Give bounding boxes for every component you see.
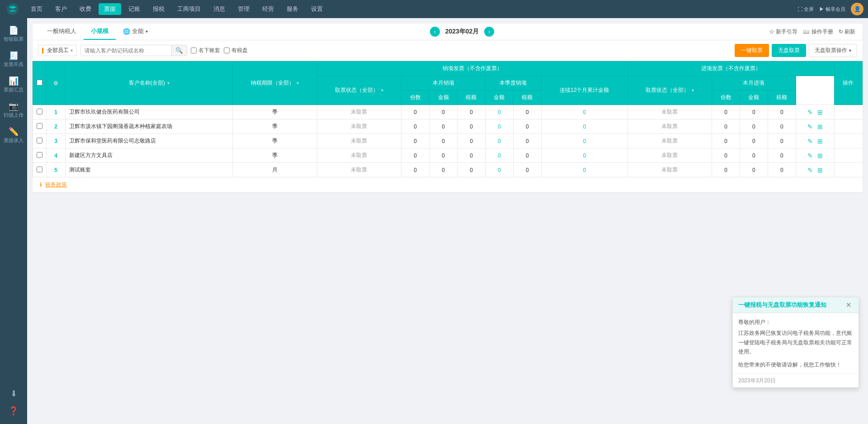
nav-business[interactable]: 工商项目 (172, 3, 206, 15)
nav-operation[interactable]: 经营 (257, 3, 279, 15)
row-s-monthly-count: 0 (401, 105, 429, 119)
row-sales-status: 未取票 (317, 134, 401, 148)
s-quarterly-amount-link[interactable]: 0 (498, 124, 501, 130)
detail-action-icon[interactable]: ⊞ (817, 167, 823, 174)
row-s-monthly-tax: 0 (458, 148, 486, 163)
search-input[interactable] (81, 46, 171, 56)
nav-home[interactable]: 首页 (25, 3, 48, 15)
nav-client[interactable]: 客户 (50, 3, 72, 15)
has-tax-disk-checkbox[interactable] (224, 48, 230, 53)
th-purchase-section: 进项发票（不含作废票） (627, 62, 834, 76)
edit-action-icon[interactable]: ✎ (807, 138, 813, 145)
search-button[interactable]: 🔍 (171, 45, 187, 56)
row-s-quarterly-amount: 0 (485, 119, 513, 134)
settings-icon[interactable]: ⚙ (53, 80, 58, 86)
row-s-monthly-amount: 0 (429, 134, 458, 148)
nav-message[interactable]: 消息 (208, 3, 231, 15)
nav-tax[interactable]: 报税 (147, 3, 170, 15)
s-quarterly-amount-link[interactable]: 0 (498, 152, 501, 159)
edit-action-icon[interactable]: ✎ (807, 167, 813, 174)
s-cumulative-link[interactable]: 0 (583, 138, 586, 144)
refresh-btn[interactable]: ↻ 刷新 (839, 28, 855, 36)
notification-close-btn[interactable]: ✕ (844, 301, 853, 309)
nav-settings[interactable]: 设置 (306, 3, 328, 15)
sidebar-item-scan-upload[interactable]: 📷 扫描上传 (0, 98, 27, 123)
diskless-ticket-btn[interactable]: 无盘取票 (772, 44, 806, 57)
nav-bookkeeping[interactable]: 记账 (123, 3, 146, 15)
edit-action-icon[interactable]: ✎ (807, 123, 813, 130)
detail-action-icon[interactable]: ⊞ (817, 152, 823, 159)
tab-general-taxpayer[interactable]: 一般纳税人 (40, 24, 84, 40)
nav-manage[interactable]: 管理 (232, 3, 255, 15)
s-cumulative-link[interactable]: 0 (583, 109, 586, 115)
sidebar-item-ticket-entry[interactable]: ✏️ 票据录入 (0, 123, 27, 148)
row-actions: ✎ ⊞ (796, 105, 834, 119)
scan-upload-icon: 📷 (9, 102, 19, 110)
sidebar-download[interactable]: ⬇ (0, 385, 27, 402)
employee-filter-select[interactable]: 全部员工 ▾ (38, 45, 77, 56)
top-navigation: 首页 客户 收费 票据 记账 报税 工商项目 消息 管理 经营 服务 设置 ⛶ … (0, 0, 868, 18)
member-btn[interactable]: ▶ 畅享会员 (819, 6, 845, 13)
fullscreen-btn[interactable]: ⛶ 全屏 (797, 6, 814, 13)
nav-service[interactable]: 服务 (281, 3, 304, 15)
tax-policy-icon: ℹ (40, 181, 42, 188)
th-checkbox (33, 62, 47, 105)
one-click-ticket-btn[interactable]: 一键取票 (735, 44, 769, 57)
has-tax-disk-label: 有税盘 (231, 47, 248, 54)
sidebar-item-smart-ticket[interactable]: 📄 智能取票 (0, 22, 27, 47)
th-settings: ⚙ (47, 62, 66, 105)
detail-action-icon[interactable]: ⊞ (817, 138, 823, 145)
s-cumulative-link[interactable]: 0 (583, 152, 586, 159)
th-s-monthly-count: 份数 (401, 91, 429, 105)
table-row: 5 测试账套 月 未取票 0 0 0 0 0 0 未取票 0 0 0 ✎ ⊞ (33, 163, 863, 177)
client-filter-icon[interactable]: ▾ (167, 81, 170, 86)
tab-small-scale[interactable]: 小规模 (84, 24, 116, 40)
sidebar-item-invoice-open[interactable]: 🧾 发票开具 (0, 47, 27, 72)
row-checkbox[interactable] (37, 138, 42, 143)
detail-action-icon[interactable]: ⊞ (817, 109, 823, 116)
row-checkbox-cell (33, 148, 47, 163)
row-checkbox[interactable] (37, 167, 42, 172)
edit-action-icon[interactable]: ✎ (807, 152, 813, 159)
row-purchase-status: 未取票 (627, 119, 712, 134)
next-month-btn[interactable]: › (484, 27, 494, 37)
row-checkbox[interactable] (37, 109, 42, 114)
subscribed-filter[interactable]: 名下账套 (191, 47, 220, 54)
has-tax-disk-filter[interactable]: 有税盘 (224, 47, 248, 54)
s-cumulative-link[interactable]: 0 (583, 167, 586, 173)
prev-month-btn[interactable]: ‹ (430, 27, 440, 37)
app-logo[interactable] (5, 1, 21, 17)
manual-btn[interactable]: 📖 操作手册 (803, 28, 833, 36)
row-s-quarterly-amount: 0 (485, 148, 513, 163)
row-period: 季 (233, 148, 317, 163)
select-all-checkbox[interactable] (37, 80, 42, 86)
th-p-monthly-tax: 税额 (768, 91, 796, 105)
sales-status-filter-icon[interactable]: ▾ (381, 88, 383, 93)
nav-menu: 首页 客户 收费 票据 记账 报税 工商项目 消息 管理 经营 服务 设置 (25, 3, 797, 15)
edit-action-icon[interactable]: ✎ (807, 109, 813, 116)
period-filter-icon[interactable]: ▾ (297, 81, 299, 86)
tab-all[interactable]: 🌐 全能 ▾ (116, 24, 155, 40)
s-quarterly-amount-link[interactable]: 0 (498, 138, 501, 144)
s-cumulative-link[interactable]: 0 (583, 124, 586, 130)
search-box: 🔍 (80, 45, 187, 56)
nav-fee[interactable]: 收费 (74, 3, 97, 15)
s-quarterly-amount-link[interactable]: 0 (498, 167, 501, 173)
detail-action-icon[interactable]: ⊞ (817, 123, 823, 130)
diskless-ops-btn[interactable]: 无盘取票操作 ▾ (809, 44, 857, 57)
row-p-monthly-tax: 0 (768, 134, 796, 148)
sidebar-item-ticket-summary[interactable]: 📊 票据汇总 (0, 72, 27, 98)
user-avatar[interactable]: 👤 (851, 3, 863, 15)
tax-policy-link[interactable]: 税务政策 (45, 181, 67, 188)
new-guide-btn[interactable]: ☆ 新手引导 (769, 28, 797, 36)
notification-popup: 一键报税与无盘取票功能恢复通知 ✕ 尊敬的用户： 江苏政务网已恢复访问电子税务局… (732, 297, 859, 388)
purchase-status-filter-icon[interactable]: ▾ (692, 88, 694, 93)
nav-ticket[interactable]: 票据 (99, 3, 121, 15)
sidebar-help[interactable]: ❓ (0, 402, 27, 419)
row-checkbox[interactable] (37, 123, 42, 129)
s-quarterly-amount-link[interactable]: 0 (498, 109, 501, 115)
subscribed-checkbox[interactable] (191, 48, 197, 53)
row-period: 季 (233, 105, 317, 119)
row-checkbox[interactable] (37, 152, 42, 158)
row-checkbox-cell (33, 105, 47, 119)
